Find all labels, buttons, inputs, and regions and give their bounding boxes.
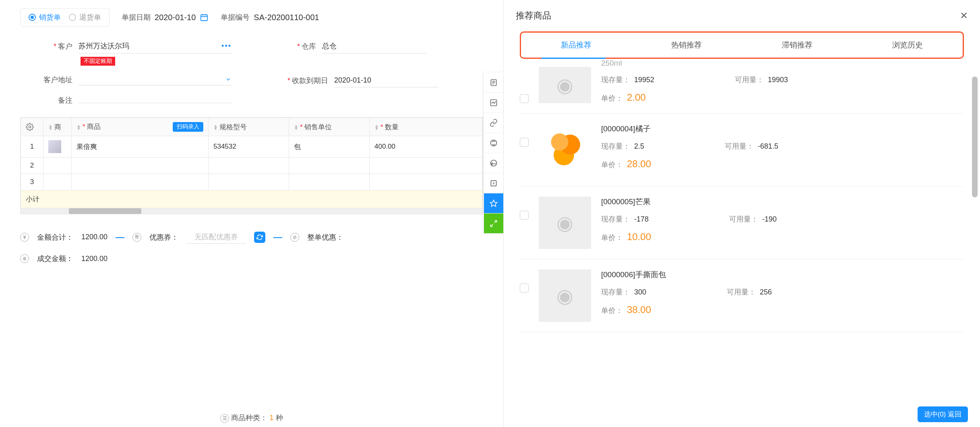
warehouse-field[interactable]: *仓库 总仓	[264, 39, 427, 54]
price-label: 单价：	[601, 234, 623, 242]
product-image	[539, 124, 591, 176]
horizontal-scrollbar[interactable]	[21, 208, 483, 214]
rail-star-icon[interactable]	[484, 193, 503, 214]
cell-spec[interactable]	[209, 174, 289, 191]
minus-icon: —	[273, 232, 282, 243]
tab-slow-products[interactable]: 滞销推荐	[742, 33, 852, 58]
product-item[interactable]: ◉ 250ml 现存量：19952 可用量：19903 单价：2.00	[520, 59, 964, 114]
sort-icon: ▲▼	[294, 124, 298, 130]
customer-value: 苏州万达沃尔玛	[79, 41, 129, 51]
cell-spec[interactable]: 534532	[209, 136, 289, 158]
minus-icon: —	[116, 232, 124, 243]
product-name: [0000006]手撕面包	[601, 269, 964, 280]
stock-label: 现存量：	[601, 215, 630, 223]
remark-field[interactable]: 备注	[20, 95, 232, 105]
coupon-icon: 券	[132, 233, 141, 242]
doc-date-field[interactable]: 单据日期 2020-01-10	[122, 12, 209, 22]
cell-unit[interactable]	[289, 174, 370, 191]
field-label: 单据编号	[221, 12, 250, 22]
col-product[interactable]: ▲▼*商品扫码录入	[72, 118, 209, 136]
price-value: 10.00	[627, 231, 651, 242]
stock-label: 现存量：	[601, 288, 630, 296]
scan-input-badge[interactable]: 扫码录入	[173, 122, 203, 132]
cell-unit[interactable]	[289, 158, 370, 174]
col-spec[interactable]: ▲▼规格型号	[209, 118, 289, 136]
product-item[interactable]: ◉ [0000005]芒果 现存量：-178 可用量：-190 单价：10.00	[520, 187, 964, 259]
panel-title: 推荐商品	[516, 10, 551, 22]
avail-label: 可用量：	[735, 76, 764, 84]
vertical-scrollbar[interactable]	[972, 77, 978, 197]
cell-product[interactable]: 果倍爽	[72, 136, 209, 158]
row-index: 1	[21, 136, 43, 158]
cell-product[interactable]	[72, 158, 209, 174]
cell-image	[43, 174, 72, 191]
totals-section: ¥ 金额合计： 1200.00 — 券 优惠券： 无匹配优惠券 — ⊘ 整单优惠…	[20, 230, 483, 263]
recommendation-tabs: 新品推荐 热销推荐 滞销推荐 浏览历史	[520, 31, 964, 59]
currency-icon: ¥	[20, 233, 29, 242]
rail-currency-icon[interactable]: ¥	[484, 173, 503, 193]
tab-sales-order[interactable]: 销货单	[29, 12, 61, 22]
chevron-down-icon[interactable]	[225, 76, 232, 83]
deal-label: 成交金额：	[37, 254, 73, 263]
sort-icon: ▲▼	[76, 124, 81, 130]
kinds-label: 商品种类：	[231, 414, 267, 422]
scrollbar-thumb[interactable]	[69, 208, 141, 214]
tab-new-products[interactable]: 新品推荐	[521, 33, 631, 58]
close-icon[interactable]: ✕	[960, 10, 968, 21]
amount-value: 1200.00	[81, 233, 108, 241]
field-value: SA-20200110-001	[254, 13, 319, 22]
product-image-placeholder: ◉	[539, 67, 591, 103]
calendar-icon[interactable]	[200, 13, 209, 22]
avail-label: 可用量：	[727, 288, 756, 296]
avail-label: 可用量：	[729, 215, 758, 223]
table-row[interactable]: 1 果倍爽 534532 包 400.00	[21, 136, 483, 158]
tab-browse-history[interactable]: 浏览历史	[852, 33, 963, 58]
col-image[interactable]: ▲▼商	[43, 118, 72, 136]
svg-rect-0	[201, 15, 208, 21]
refresh-coupon-button[interactable]	[254, 232, 265, 243]
selected-return-button[interactable]: 选中(0) 返回	[918, 406, 968, 422]
stock-label: 现存量：	[601, 76, 630, 84]
svg-point-4	[29, 126, 31, 128]
deal-value: 1200.00	[81, 255, 108, 263]
account-period-badge: 不固定账期	[81, 57, 115, 66]
cell-qty[interactable]	[370, 158, 483, 174]
product-item[interactable]: ◉ [0000006]手撕面包 现存量：300 可用量：256 单价：38.00	[520, 259, 964, 332]
col-qty[interactable]: ▲▼*数量	[370, 118, 483, 136]
product-checkbox[interactable]	[520, 284, 529, 292]
rail-link-icon[interactable]	[484, 113, 503, 133]
customer-address-field[interactable]: 客户地址	[20, 74, 232, 85]
field-label: *仓库	[264, 41, 316, 51]
customer-field[interactable]: *客户 苏州万达沃尔玛 •••	[20, 39, 232, 54]
table-row[interactable]: 2	[21, 158, 483, 174]
gear-column-header[interactable]	[21, 118, 43, 136]
col-unit[interactable]: ▲▼*销售单位	[289, 118, 370, 136]
tab-hot-products[interactable]: 热销推荐	[631, 33, 742, 58]
cell-product[interactable]	[72, 174, 209, 191]
coupon-input[interactable]: 无匹配优惠券	[186, 230, 246, 244]
rail-expand-icon[interactable]	[484, 214, 503, 234]
rail-note-icon[interactable]	[484, 73, 503, 93]
rail-exchange-icon[interactable]	[484, 133, 503, 153]
amount-label: 金额合计：	[37, 232, 73, 242]
cell-qty[interactable]: 400.00	[370, 136, 483, 158]
radio-icon	[29, 14, 36, 21]
rail-chart-icon[interactable]	[484, 93, 503, 113]
stock-label: 现存量：	[601, 142, 630, 150]
product-checkbox[interactable]	[520, 138, 529, 147]
cell-spec[interactable]	[209, 158, 289, 174]
cell-qty[interactable]	[370, 174, 483, 191]
doc-type-tabs: 销货单 退货单	[20, 8, 110, 27]
stock-value: 300	[634, 288, 646, 296]
due-date-field[interactable]: *收款到期日 2020-01-10	[264, 74, 439, 87]
rail-return-icon[interactable]	[484, 153, 503, 173]
table-row[interactable]: 3	[21, 174, 483, 191]
tab-return-order[interactable]: 退货单	[69, 12, 101, 22]
cell-unit[interactable]: 包	[289, 136, 370, 158]
product-item[interactable]: [0000004]橘子 现存量：2.5 可用量：-681.5 单价：28.00	[520, 114, 964, 187]
side-icon-rail: ¥	[484, 73, 503, 234]
more-icon[interactable]: •••	[221, 42, 232, 50]
price-value: 28.00	[627, 158, 651, 169]
product-checkbox[interactable]	[520, 94, 529, 103]
product-checkbox[interactable]	[520, 211, 529, 220]
